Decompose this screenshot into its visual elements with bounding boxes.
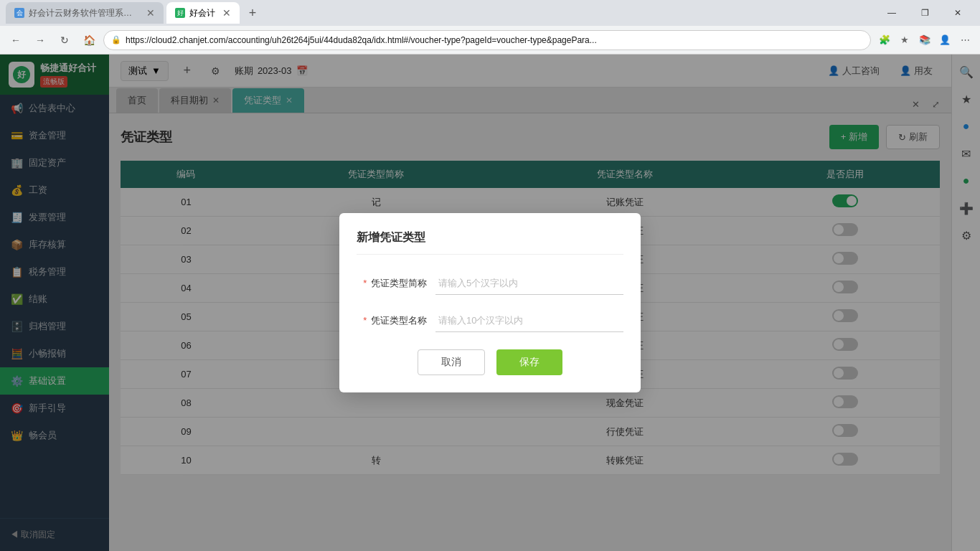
tab-favicon-2: 好 [175, 8, 185, 18]
window-controls: — ❐ ✕ [875, 0, 974, 26]
minimize-button[interactable]: — [875, 0, 908, 26]
lock-icon: 🔒 [111, 35, 121, 44]
full-name-label: * 凭证类型名称 [357, 314, 435, 327]
full-name-input[interactable] [435, 309, 623, 332]
full-name-label-text: 凭证类型名称 [371, 315, 427, 326]
new-tab-button[interactable]: + [242, 3, 263, 23]
toolbar-right: 🧩 ★ 📚 👤 ⋯ [875, 31, 974, 50]
favorites-button[interactable]: ★ [895, 31, 914, 50]
dialog-overlay: 新增凭证类型 * 凭证类型简称 * 凭证类型名称 取消 保存 [0, 55, 980, 551]
required-star-1: * [363, 278, 367, 288]
collections-button[interactable]: 📚 [915, 31, 934, 50]
required-star-2: * [363, 315, 367, 326]
add-voucher-type-dialog: 新增凭证类型 * 凭证类型简称 * 凭证类型名称 取消 保存 [339, 213, 641, 392]
tab-close-2[interactable]: ✕ [222, 7, 231, 19]
tab-title-1: 好会计云财务软件管理系统_会计 [29, 7, 139, 19]
browser-tab-2[interactable]: 好 好会计 ✕ [166, 2, 240, 24]
browser-tab-1[interactable]: 会 好会计云财务软件管理系统_会计 ✕ [6, 2, 164, 24]
form-row-short-name: * 凭证类型简称 [357, 272, 623, 295]
dialog-footer: 取消 保存 [357, 349, 623, 375]
tab-favicon-1: 会 [14, 8, 24, 18]
refresh-button[interactable]: ↻ [55, 30, 75, 50]
short-name-label-text: 凭证类型简称 [371, 278, 427, 288]
dialog-title: 新增凭证类型 [357, 230, 623, 255]
close-button[interactable]: ✕ [941, 0, 974, 26]
form-row-full-name: * 凭证类型名称 [357, 309, 623, 332]
tab-title-2: 好会计 [189, 7, 215, 19]
tab-bar: 会 好会计云财务软件管理系统_会计 ✕ 好 好会计 ✕ + — ❐ ✕ [0, 0, 980, 26]
tab-close-1[interactable]: ✕ [146, 7, 155, 19]
cancel-button[interactable]: 取消 [418, 349, 485, 375]
back-button[interactable]: ← [6, 30, 26, 50]
url-text: https://cloud2.chanjet.com/accounting/uh… [126, 35, 863, 45]
url-box[interactable]: 🔒 https://cloud2.chanjet.com/accounting/… [103, 30, 871, 50]
account-button[interactable]: 👤 [936, 31, 954, 50]
home-button[interactable]: 🏠 [79, 30, 99, 50]
save-button[interactable]: 保存 [496, 349, 562, 375]
extensions-button[interactable]: 🧩 [875, 31, 894, 50]
address-bar: ← → ↻ 🏠 🔒 https://cloud2.chanjet.com/acc… [0, 26, 980, 55]
short-name-input[interactable] [435, 272, 623, 295]
menu-button[interactable]: ⋯ [956, 31, 974, 50]
short-name-label: * 凭证类型简称 [357, 277, 435, 290]
forward-button[interactable]: → [30, 30, 50, 50]
restore-button[interactable]: ❐ [908, 0, 941, 26]
browser-chrome: 会 好会计云财务软件管理系统_会计 ✕ 好 好会计 ✕ + — ❐ ✕ ← → … [0, 0, 980, 55]
